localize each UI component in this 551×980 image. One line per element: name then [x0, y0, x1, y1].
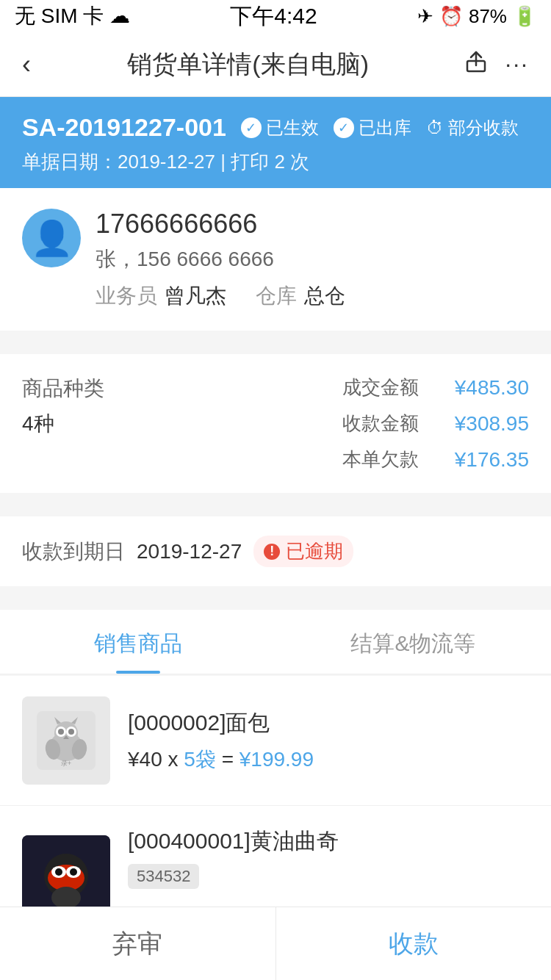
confirm-button[interactable]: 收款	[276, 907, 552, 980]
debt-label: 本单欠款	[342, 447, 419, 472]
svg-text:录+: 录+	[61, 760, 71, 767]
more-button[interactable]: ···	[505, 51, 529, 78]
banner-status-row: SA-20191227-001 ✓ 已生效 ✓ 已出库 ⏱ 部分收款	[22, 113, 529, 142]
deal-label: 成交金额	[342, 375, 419, 400]
warehouse-value: 总仓	[304, 282, 345, 310]
status-delivered-label: 已出库	[359, 116, 411, 140]
bottom-bar: 弃审 收款	[0, 907, 551, 980]
svg-point-20	[55, 868, 62, 876]
alarm-icon: ⏰	[439, 5, 463, 28]
customer-id: 17666666666	[96, 209, 529, 239]
svg-point-7	[58, 729, 64, 735]
warehouse-label: 仓库	[256, 282, 297, 310]
due-date: 2019-12-27	[137, 540, 242, 563]
product-multiply-1: x	[168, 748, 184, 771]
svg-point-8	[68, 729, 74, 735]
customer-info: 17666666666 张，156 6666 6666 业务员 曾凡杰 仓库 总…	[96, 209, 529, 310]
status-left: 无 SIM 卡 ☁	[15, 2, 130, 30]
customer-meta: 业务员 曾凡杰 仓库 总仓	[96, 282, 529, 310]
check-icon-1: ✓	[241, 118, 262, 138]
product-tag-2: 534532	[128, 864, 199, 889]
tabs-section: 销售商品 结算&物流等	[0, 610, 551, 674]
warehouse-meta: 仓库 总仓	[256, 282, 345, 310]
status-delivered: ✓ 已出库	[334, 116, 411, 140]
back-button[interactable]: ‹	[22, 49, 31, 80]
received-label: 收款金额	[342, 411, 419, 436]
due-label: 收款到期日	[22, 538, 125, 566]
separator-1	[0, 331, 551, 342]
salesperson-label: 业务员	[96, 282, 157, 310]
order-date-row: 单据日期：2019-12-27 | 打印 2 次	[22, 149, 529, 175]
stats-right: 成交金额 ¥485.30 收款金额 ¥308.95 本单欠款 ¥176.35	[342, 375, 529, 472]
due-section: 收款到期日 2019-12-27 ! 已逾期	[0, 516, 551, 586]
user-icon: 👤	[31, 218, 73, 258]
svg-point-22	[51, 887, 81, 909]
status-effected-label: 已生效	[266, 116, 319, 140]
page-title: 销货单详情(来自电脑)	[127, 48, 369, 82]
status-time: 下午4:42	[230, 1, 317, 32]
overdue-text: 已逾期	[286, 538, 343, 564]
sim-status: 无 SIM 卡 ☁	[15, 2, 130, 30]
debt-value: ¥176.35	[433, 448, 529, 472]
tab-sales-products[interactable]: 销售商品	[0, 610, 276, 674]
order-header-banner: SA-20191227-001 ✓ 已生效 ✓ 已出库 ⏱ 部分收款 单据日期：…	[0, 97, 551, 188]
svg-point-21	[70, 868, 77, 876]
salesperson-value: 曾凡杰	[165, 282, 226, 310]
share-icon[interactable]	[465, 51, 487, 78]
type-label: 商品种类	[22, 375, 104, 403]
received-value: ¥308.95	[433, 412, 529, 436]
cancel-button[interactable]: 弃审	[0, 907, 276, 980]
avatar: 👤	[22, 209, 81, 267]
deal-amount-row: 成交金额 ¥485.30	[342, 375, 529, 400]
overdue-icon: !	[264, 544, 280, 560]
nav-right-actions: ···	[465, 51, 529, 78]
separator-2	[0, 493, 551, 505]
battery-icon: 🔋	[513, 5, 536, 28]
deal-value: ¥485.30	[433, 376, 529, 400]
check-icon-2: ✓	[334, 118, 354, 138]
product-info-1: [0000002]面包 ¥40 x 5袋 = ¥199.99	[128, 708, 529, 774]
overdue-badge: ! 已逾期	[253, 536, 353, 567]
tab-settlement[interactable]: 结算&物流等	[276, 610, 551, 674]
battery-text: 87%	[469, 5, 507, 28]
type-count: 4种	[22, 410, 104, 438]
customer-section: 👤 17666666666 张，156 6666 6666 业务员 曾凡杰 仓库…	[0, 188, 551, 331]
order-id: SA-20191227-001	[22, 113, 226, 142]
debt-amount-row: 本单欠款 ¥176.35	[342, 447, 529, 472]
location-icon: ✈	[417, 5, 433, 28]
received-amount-row: 收款金额 ¥308.95	[342, 411, 529, 436]
product-price-1: ¥40 x 5袋 = ¥199.99	[128, 746, 529, 774]
stats-left: 商品种类 4种	[22, 375, 104, 438]
product-total-1: ¥199.99	[240, 748, 314, 771]
product-name-1: [0000002]面包	[128, 708, 529, 738]
status-bar: 无 SIM 卡 ☁ 下午4:42 ✈ ⏰ 87% 🔋	[0, 0, 551, 32]
status-partial-label: 部分收款	[448, 116, 519, 140]
product-unit-price-1: ¥40	[128, 748, 162, 771]
customer-name-phone: 张，156 6666 6666	[96, 245, 529, 273]
nav-bar: ‹ 销货单详情(来自电脑) ···	[0, 32, 551, 97]
status-right: ✈ ⏰ 87% 🔋	[417, 5, 536, 28]
product-qty-1: 5袋	[184, 748, 216, 771]
separator-3	[0, 586, 551, 598]
product-image-1: 录+	[22, 696, 110, 785]
product-item-1: 录+ [0000002]面包 ¥40 x 5袋 = ¥199.99	[0, 676, 551, 806]
product-name-2: [000400001]黄油曲奇	[128, 826, 529, 857]
salesperson-meta: 业务员 曾凡杰	[96, 282, 226, 310]
status-effected: ✓ 已生效	[241, 116, 319, 140]
product-equal-1: =	[222, 748, 240, 771]
status-partial: ⏱ 部分收款	[426, 116, 519, 140]
stats-section: 商品种类 4种 成交金额 ¥485.30 收款金额 ¥308.95 本单欠款 ¥…	[0, 354, 551, 493]
